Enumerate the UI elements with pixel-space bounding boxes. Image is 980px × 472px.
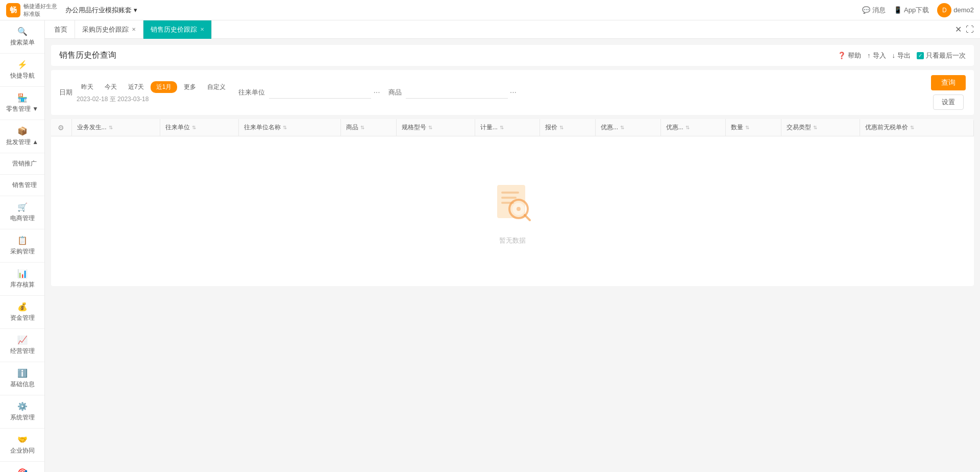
- retail-icon: 🏪: [17, 93, 28, 103]
- empty-illustration: [487, 177, 538, 230]
- partner-input[interactable]: [269, 86, 371, 99]
- col-partner-code[interactable]: 往来单位 ⇅: [160, 119, 238, 136]
- col-trade-type[interactable]: 交易类型 ⇅: [781, 119, 860, 136]
- sidebar-item-basic-info[interactable]: ℹ️ 基础信息: [0, 362, 44, 395]
- product-input[interactable]: [406, 86, 508, 99]
- quick-nav-icon: ⚡: [17, 60, 28, 69]
- sidebar-item-sales-mgmt[interactable]: 销售管理: [0, 175, 44, 196]
- user-action[interactable]: D demo2: [937, 3, 974, 17]
- tab-bar: 首页 采购历史价跟踪 ✕ 销售历史价跟踪 ✕ ✕ ⛶: [45, 20, 980, 39]
- tab-expand-btn[interactable]: ⛶: [966, 25, 974, 34]
- col-biz-date[interactable]: 业务发生... ⇅: [71, 119, 160, 136]
- svg-rect-1: [501, 192, 519, 194]
- col-pre-tax[interactable]: 优惠前无税单价 ⇅: [860, 119, 974, 136]
- export-action[interactable]: ↓ 导出: [892, 51, 911, 60]
- sort-icon-pre-tax: ⇅: [910, 125, 914, 130]
- tab-purchase-history[interactable]: 采购历史价跟踪 ✕: [75, 20, 143, 39]
- help-action[interactable]: ❓ 帮助: [838, 51, 861, 60]
- sidebar-item-label: 资金管理: [10, 314, 35, 322]
- sidebar-item-marketing[interactable]: 营销推广: [0, 153, 44, 175]
- sidebar-item-ecom-mgmt[interactable]: 🛒 电商管理: [0, 196, 44, 229]
- sidebar-item-ops-mgmt[interactable]: 📈 经营管理: [0, 329, 44, 362]
- page-content: 销售历史价查询 ❓ 帮助 ↑ 导入 ↓ 导出 ✓: [45, 39, 980, 472]
- ops-icon: 📈: [17, 335, 28, 345]
- finance-icon: 💰: [17, 302, 28, 312]
- top-bar-left: 畅 畅捷通好生意 标准版 办公用品行业模拟账套 ▾: [6, 3, 141, 17]
- sys-icon: ⚙️: [17, 402, 28, 411]
- tab-close-all-btn[interactable]: ✕: [955, 25, 962, 34]
- sort-icon-unit: ⇅: [500, 125, 504, 130]
- empty-state: 暂无数据: [51, 136, 974, 286]
- query-button[interactable]: 查询: [931, 75, 966, 90]
- date-btn-today[interactable]: 今天: [100, 81, 121, 93]
- sidebar-item-search-menu[interactable]: 🔍 搜索菜单: [0, 20, 44, 54]
- date-btn-1month[interactable]: 近1月: [151, 81, 178, 93]
- partner-dots[interactable]: ···: [373, 88, 380, 97]
- svg-line-6: [525, 215, 530, 220]
- help-icon: ❓: [838, 52, 846, 59]
- sidebar-item-beginner[interactable]: 🎯 新手引导: [0, 462, 44, 472]
- partner-input-wrap: ···: [269, 86, 380, 99]
- message-action[interactable]: 💬 消息: [862, 6, 886, 15]
- sort-icon-biz-date: ⇅: [109, 125, 113, 130]
- sidebar-item-purchase-mgmt[interactable]: 📋 采购管理: [0, 229, 44, 263]
- sort-icon-trade-type: ⇅: [813, 125, 817, 130]
- col-product[interactable]: 商品 ⇅: [341, 119, 397, 136]
- col-quote[interactable]: 报价 ⇅: [540, 119, 596, 136]
- col-unit[interactable]: 计量... ⇅: [475, 119, 540, 136]
- sidebar-item-wholesale-mgmt[interactable]: 📦 批发管理 ▲: [0, 120, 44, 153]
- sidebar-item-label: 搜索菜单: [10, 38, 35, 47]
- col-settings[interactable]: ⚙: [51, 119, 71, 136]
- col-discount2[interactable]: 优惠... ⇅: [660, 119, 726, 136]
- col-spec[interactable]: 规格型号 ⇅: [396, 119, 475, 136]
- tab-home[interactable]: 首页: [47, 20, 75, 39]
- date-btn-7days[interactable]: 近7天: [124, 81, 149, 93]
- date-label: 日期: [59, 88, 72, 97]
- date-btn-more[interactable]: 更多: [179, 81, 201, 93]
- import-action[interactable]: ↑ 导入: [867, 51, 886, 60]
- col-partner-name[interactable]: 往来单位名称 ⇅: [239, 119, 341, 136]
- setting-button[interactable]: 设置: [933, 95, 964, 110]
- sidebar-item-sys-mgmt[interactable]: ⚙️ 系统管理: [0, 395, 44, 429]
- sidebar-item-inventory[interactable]: 📊 库存核算: [0, 263, 44, 296]
- product-dots[interactable]: ···: [510, 88, 517, 97]
- sort-icon-partner-code: ⇅: [192, 125, 196, 130]
- sidebar-item-label: 批发管理 ▲: [6, 138, 38, 147]
- enterprise-icon: 🤝: [17, 435, 28, 444]
- page-title: 销售历史价查询: [59, 50, 116, 61]
- download-icon: 📱: [894, 6, 902, 14]
- col-discount1[interactable]: 优惠... ⇅: [596, 119, 661, 136]
- app-selector[interactable]: 办公用品行业模拟账套 ▾: [61, 4, 141, 17]
- table-wrap: ⚙ 业务发生... ⇅ 往来单位: [51, 119, 974, 286]
- sidebar-item-label: 经营管理: [10, 347, 35, 356]
- main-layout: 🔍 搜索菜单 ⚡ 快捷导航 🏪 零售管理 ▼ 📦 批发管理 ▲ 营销推广 销售管…: [0, 20, 980, 472]
- sidebar-item-retail-mgmt[interactable]: 🏪 零售管理 ▼: [0, 87, 44, 120]
- tab-label: 采购历史价跟踪: [82, 25, 129, 34]
- table-settings-icon[interactable]: ⚙: [58, 124, 64, 132]
- export-icon: ↓: [892, 52, 896, 59]
- last-only-checkbox[interactable]: ✓ 只看最后一次: [917, 51, 966, 60]
- tab-close-sales[interactable]: ✕: [200, 27, 204, 32]
- product-input-wrap: ···: [406, 86, 517, 99]
- checkbox-checked-icon: ✓: [917, 52, 924, 59]
- download-action[interactable]: 📱 App下载: [894, 6, 929, 15]
- tab-label: 首页: [54, 25, 67, 34]
- message-icon: 💬: [862, 6, 870, 14]
- sidebar-item-quick-nav[interactable]: ⚡ 快捷导航: [0, 54, 44, 87]
- sidebar-item-enterprise[interactable]: 🤝 企业协同: [0, 429, 44, 462]
- sort-icon-partner-name: ⇅: [283, 125, 287, 130]
- tab-sales-history[interactable]: 销售历史价跟踪 ✕: [143, 20, 212, 39]
- filter-actions: 查询 设置: [931, 75, 966, 110]
- partner-filter: 往来单位 ···: [238, 86, 380, 99]
- svg-point-7: [517, 207, 521, 211]
- date-filter: 日期 昨天 今天 近7天 近1月 更多 自定义 2023-02-18 至 202…: [59, 81, 230, 104]
- date-btn-custom[interactable]: 自定义: [203, 81, 230, 93]
- sort-icon-quantity: ⇅: [745, 125, 749, 130]
- tab-close-purchase[interactable]: ✕: [132, 27, 136, 32]
- sidebar-item-finance[interactable]: 💰 资金管理: [0, 296, 44, 329]
- import-icon: ↑: [867, 52, 871, 59]
- page-header-actions: ❓ 帮助 ↑ 导入 ↓ 导出 ✓ 只看最后一次: [838, 51, 966, 60]
- date-btn-yesterday[interactable]: 昨天: [77, 81, 98, 93]
- ecom-icon: 🛒: [17, 202, 28, 212]
- col-quantity[interactable]: 数量 ⇅: [726, 119, 781, 136]
